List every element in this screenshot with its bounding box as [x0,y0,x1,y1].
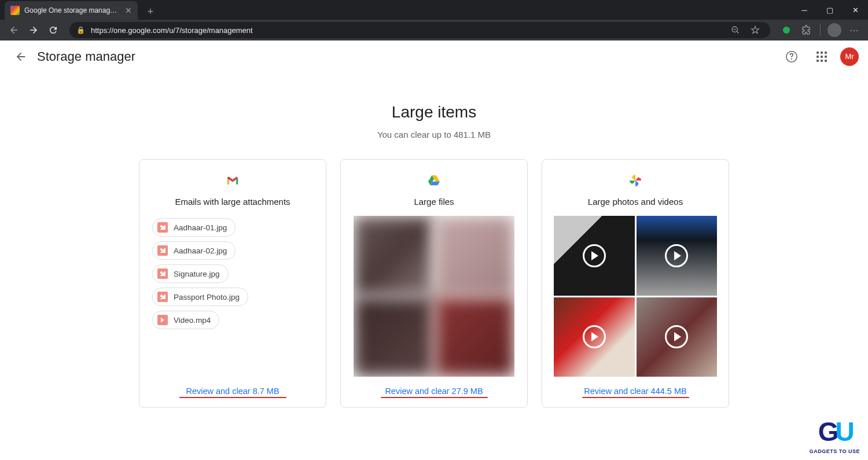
review-clear-gmail-link[interactable]: Review and clear 8.7 MB [186,387,279,396]
address-bar: 🔒 https://one.google.com/u/7/storage/man… [0,20,868,41]
drive-preview-grid[interactable] [354,216,514,377]
gmail-icon [226,174,239,187]
minimize-button[interactable]: ─ [792,1,817,19]
browser-menu-icon[interactable]: ⋯ [846,22,862,38]
attachment-chip[interactable]: Video.mp4 [152,311,219,329]
play-icon [583,325,606,348]
photos-icon [629,174,642,187]
watermark-logo: GU GADGETS TO USE [810,416,860,454]
extensions-icon[interactable] [798,22,814,38]
browser-tab[interactable]: Google One storage management ✕ [5,1,138,20]
photo-thumbnail [554,297,635,377]
card-photos: Large photos and videos Review and clear… [542,159,729,408]
drive-thumbnail [435,297,514,377]
play-icon [665,244,688,267]
annotation-underline [582,397,689,399]
card-gmail: Emails with large attachments Aadhaar-01… [139,159,326,408]
tab-bar: Google One storage management ✕ + ─ ▢ ✕ [0,0,868,20]
url-text: https://one.google.com/u/7/storage/manag… [91,26,722,35]
review-clear-drive-link[interactable]: Review and clear 27.9 MB [385,387,483,396]
avatar[interactable]: Mr [840,47,859,66]
cards-row: Emails with large attachments Aadhaar-01… [139,159,729,408]
image-file-icon [157,268,168,279]
drive-icon [428,174,440,187]
apps-icon[interactable] [810,45,833,68]
tab-title: Google One storage management [24,6,120,14]
favorite-icon[interactable] [747,22,763,38]
image-file-icon [157,292,168,302]
card-drive: Large files Review and clear 27.9 MB [340,159,528,408]
drive-thumbnail [435,216,514,296]
annotation-underline [381,397,488,399]
close-window-button[interactable]: ✕ [843,1,868,19]
watermark-text: GADGETS TO USE [810,448,860,454]
window-controls: ─ ▢ ✕ [792,0,868,20]
card-photos-title: Large photos and videos [588,197,683,207]
photo-thumbnail [554,216,635,296]
browser-chrome: Google One storage management ✕ + ─ ▢ ✕ … [0,0,868,41]
new-tab-button[interactable]: + [142,3,159,20]
drive-thumbnail [354,297,433,377]
card-gmail-title: Emails with large attachments [175,197,290,207]
reload-button[interactable] [45,22,61,38]
page-title: Storage manager [37,49,135,64]
attachment-name: Aadhaar-01.jpg [174,223,227,232]
attachment-chip[interactable]: Passport Photo.jpg [152,288,248,306]
image-file-icon [157,222,168,233]
play-icon [665,325,688,348]
zoom-icon[interactable] [727,22,744,38]
svg-line-1 [737,31,738,33]
url-input[interactable]: 🔒 https://one.google.com/u/7/storage/man… [69,22,770,38]
review-clear-photos-link[interactable]: Review and clear 444.5 MB [584,387,686,396]
photo-thumbnail [637,297,718,377]
drive-thumbnail [354,216,433,296]
page-back-button[interactable] [9,45,32,68]
maximize-button[interactable]: ▢ [817,1,843,19]
section-title: Large items [392,103,476,122]
play-icon [583,244,606,267]
close-tab-icon[interactable]: ✕ [125,6,132,15]
page-header: Storage manager Mr [0,41,868,73]
card-drive-title: Large files [414,197,454,207]
attachment-chip[interactable]: Aadhaar-01.jpg [152,218,236,237]
status-indicator[interactable] [778,22,795,38]
profile-button[interactable] [826,22,843,38]
photo-thumbnail [637,216,718,296]
photos-preview-grid[interactable] [554,216,717,377]
image-file-icon [157,245,168,256]
lock-icon: 🔒 [76,26,85,34]
attachment-name: Passport Photo.jpg [174,293,240,301]
attachment-name: Signature.jpg [174,270,220,278]
annotation-underline [179,397,286,399]
attachment-name: Aadhaar-02.jpg [174,246,227,255]
main-content: Large items You can clear up to 481.1 MB… [0,73,868,408]
section-subtitle: You can clear up to 481.1 MB [377,130,491,139]
attachment-name: Video.mp4 [174,316,211,325]
video-file-icon [157,315,168,325]
attachment-chip[interactable]: Aadhaar-02.jpg [152,241,236,260]
back-button[interactable] [6,22,22,38]
attachment-list: Aadhaar-01.jpg Aadhaar-02.jpg Signature.… [151,218,314,329]
forward-button[interactable] [25,22,42,38]
attachment-chip[interactable]: Signature.jpg [152,264,229,283]
help-icon[interactable] [780,45,803,68]
google-one-favicon [10,6,20,15]
